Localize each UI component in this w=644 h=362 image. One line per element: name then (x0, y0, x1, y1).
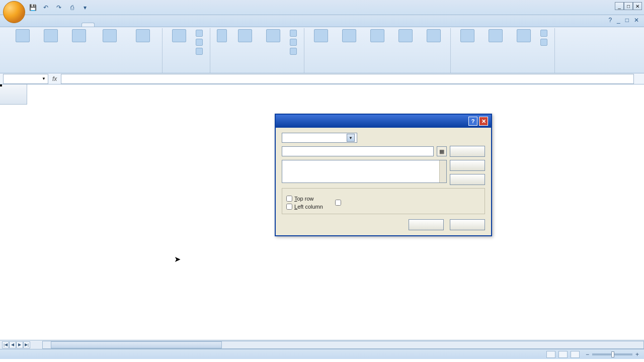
restore-button[interactable]: □ (624, 2, 633, 10)
group-label-outline (455, 72, 550, 73)
existing-connections-button[interactable] (128, 29, 158, 43)
function-select[interactable]: ▼ (282, 133, 357, 143)
name-box[interactable]: ▼ (3, 74, 48, 84)
text-to-columns-button[interactable] (308, 29, 334, 43)
chevron-down-icon[interactable]: ▼ (42, 76, 46, 81)
formula-bar: ▼ fx (0, 73, 644, 84)
from-access-button[interactable] (10, 29, 35, 43)
add-button[interactable] (450, 160, 485, 171)
tab-page-layout[interactable] (55, 23, 68, 27)
hide-detail-button[interactable] (539, 38, 550, 46)
show-detail-button[interactable] (539, 29, 550, 37)
chevron-down-icon[interactable]: ▼ (347, 134, 355, 142)
from-text-button[interactable] (66, 29, 92, 43)
help-icon[interactable]: ? (608, 17, 612, 24)
select-all-button[interactable] (0, 84, 27, 105)
clear-filter-button[interactable] (289, 29, 300, 37)
mouse-cursor-icon: ➤ (174, 254, 181, 264)
tab-data[interactable] (82, 23, 95, 27)
properties-button[interactable] (195, 38, 206, 46)
sheet-tab-bar: |◀ ◀ ▶ ▶| (0, 340, 644, 349)
first-sheet-button[interactable]: |◀ (2, 341, 9, 348)
tab-home[interactable] (29, 23, 42, 27)
close-workbook-icon[interactable]: ✕ (634, 17, 639, 24)
subtotal-button[interactable] (511, 29, 536, 43)
normal-view-button[interactable] (546, 351, 555, 358)
range-picker-icon[interactable]: ▦ (437, 146, 447, 156)
top-row-checkbox[interactable]: Top row (286, 196, 323, 202)
qat-dropdown-icon[interactable]: ▾ (80, 3, 90, 12)
tab-formulas[interactable] (68, 23, 82, 27)
undo-icon[interactable]: ↶ (41, 3, 50, 12)
ribbon (0, 27, 644, 73)
tab-developer[interactable] (121, 23, 134, 27)
formula-input[interactable] (61, 74, 634, 84)
browse-button[interactable] (450, 146, 485, 157)
list-scrollbar[interactable] (439, 160, 446, 183)
close-button[interactable]: ✕ (633, 2, 642, 10)
minimize-button[interactable]: _ (615, 2, 624, 10)
tab-review[interactable] (95, 23, 108, 27)
print-icon[interactable]: ⎙ (67, 3, 76, 12)
ok-button[interactable] (409, 219, 444, 230)
data-validation-button[interactable] (365, 29, 390, 43)
remove-duplicates-button[interactable] (337, 29, 362, 43)
edit-links-button[interactable] (195, 47, 206, 55)
page-layout-view-button[interactable] (558, 351, 568, 358)
office-button[interactable] (3, 1, 25, 23)
ungroup-button[interactable] (483, 29, 508, 43)
all-references-list[interactable] (282, 160, 447, 183)
ribbon-tabs: ? _ □ ✕ (0, 15, 644, 27)
consolidate-dialog: ? ✕ ▼ ▦ Top row Le (275, 114, 492, 236)
dialog-close-button[interactable]: ✕ (479, 117, 488, 126)
redo-icon[interactable]: ↷ (54, 3, 63, 12)
tab-view[interactable] (108, 23, 121, 27)
reference-input[interactable] (282, 146, 434, 156)
zoom-slider[interactable] (611, 351, 614, 357)
from-web-button[interactable] (38, 29, 63, 43)
quick-access-toolbar: 💾 ↶ ↷ ⎙ ▾ (28, 3, 90, 12)
sort-button[interactable] (232, 29, 258, 43)
group-label-connections (167, 72, 206, 73)
connections-button[interactable] (195, 29, 206, 37)
whatif-button[interactable] (421, 29, 446, 43)
reapply-button[interactable] (289, 38, 300, 46)
save-icon[interactable]: 💾 (28, 3, 37, 12)
horizontal-scrollbar[interactable] (42, 341, 644, 349)
title-bar: 💾 ↶ ↷ ⎙ ▾ _ □ ✕ (0, 0, 644, 15)
left-column-checkbox[interactable]: Left column (286, 204, 323, 210)
tab-insert[interactable] (42, 23, 55, 27)
zoom-in-button[interactable]: + (635, 351, 639, 358)
consolidate-button[interactable] (393, 29, 418, 43)
sort-az-button[interactable] (214, 29, 229, 42)
minimize-ribbon-icon[interactable]: _ (617, 17, 620, 24)
advanced-button[interactable] (289, 47, 300, 55)
refresh-all-button[interactable] (167, 29, 192, 43)
from-other-sources-button[interactable] (95, 29, 125, 43)
next-sheet-button[interactable]: ▶ (16, 341, 23, 348)
last-sheet-button[interactable]: ▶| (23, 341, 30, 348)
close-dialog-button[interactable] (450, 219, 485, 230)
group-button[interactable] (455, 29, 480, 43)
prev-sheet-button[interactable]: ◀ (9, 341, 16, 348)
status-bar: − + (0, 349, 644, 359)
group-label-data-tools (308, 72, 446, 73)
filter-button[interactable] (261, 29, 286, 43)
delete-button[interactable] (450, 174, 485, 185)
group-label-sort-filter (214, 72, 300, 73)
group-label-external-data (10, 72, 158, 73)
use-labels-fieldset: Top row Left column (282, 188, 485, 214)
fx-icon[interactable]: fx (52, 75, 57, 82)
create-links-checkbox[interactable] (335, 200, 343, 206)
dialog-titlebar[interactable]: ? ✕ (276, 115, 491, 128)
page-break-view-button[interactable] (571, 351, 580, 358)
dialog-help-button[interactable]: ? (468, 117, 477, 126)
restore-window-icon[interactable]: □ (625, 17, 629, 24)
zoom-out-button[interactable]: − (586, 351, 589, 358)
